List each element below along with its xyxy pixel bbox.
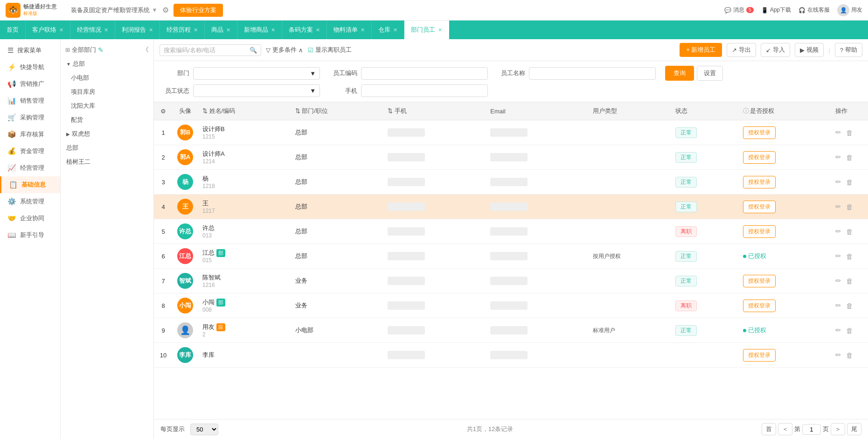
nav-item-bom[interactable]: 物料清单✕ — [327, 21, 372, 39]
sys-title-dropdown-icon[interactable]: ▼ — [152, 7, 158, 14]
settings-col-icon[interactable]: ⚙ — [160, 108, 166, 115]
delete-icon[interactable]: 🗑 — [846, 203, 853, 211]
filter-empcode-input[interactable] — [361, 67, 488, 80]
auth-login-btn[interactable]: 授权登录 — [743, 300, 776, 312]
dept-node-zongbu[interactable]: ▼总部 — [61, 57, 153, 71]
close-history-icon[interactable]: ✕ — [194, 27, 198, 33]
sidebar-item-finance[interactable]: 💰 资金管理 — [0, 143, 60, 160]
delete-icon[interactable]: 🗑 — [846, 129, 853, 137]
nav-item-goods[interactable]: 商品✕ — [205, 21, 237, 39]
dept-node-peihuo[interactable]: 配货 — [61, 113, 153, 127]
help-button[interactable]: ? 帮助 — [835, 43, 862, 57]
sidebar-item-inventory[interactable]: 📦 库存核算 — [0, 126, 60, 143]
auth-login-btn[interactable]: 授权登录 — [743, 151, 776, 164]
delete-icon[interactable]: 🗑 — [846, 351, 853, 359]
nav-item-warehouse[interactable]: 仓库✕ — [372, 21, 404, 39]
nav-item-new-goods[interactable]: 新增商品✕ — [237, 21, 282, 39]
filter-empstatus-select[interactable]: ▼ — [193, 84, 320, 97]
auth-login-btn[interactable]: 授权登录 — [743, 176, 776, 188]
close-warehouse-icon[interactable]: ✕ — [393, 27, 397, 33]
close-operation-icon[interactable]: ✕ — [104, 27, 108, 33]
close-dept-icon[interactable]: ✕ — [438, 27, 442, 33]
search-input[interactable] — [164, 47, 248, 54]
edit-icon[interactable]: ✏ — [835, 252, 841, 260]
edit-icon[interactable]: ✏ — [835, 178, 841, 186]
close-profit-icon[interactable]: ✕ — [149, 27, 153, 33]
sidebar-item-purchase[interactable]: 🛒 采购管理 — [0, 109, 60, 126]
close-newgoods-icon[interactable]: ✕ — [271, 27, 275, 33]
per-page-select[interactable]: 50 20 100 — [190, 424, 218, 435]
nav-item-dept[interactable]: 部门员工✕ — [404, 21, 449, 39]
dept-node-shuanghuxiang[interactable]: ▶双虎想 — [61, 127, 153, 141]
sidebar-item-system[interactable]: ⚙️ 系统管理 — [0, 193, 60, 210]
filter-phone-input[interactable] — [361, 84, 488, 97]
add-employee-button[interactable]: + 新增员工 — [680, 43, 722, 57]
online-service-action[interactable]: 🎧 在线客服 — [799, 6, 830, 14]
auth-login-btn[interactable]: 授权登录 — [743, 126, 776, 139]
nav-item-customer[interactable]: 客户联络✕ — [26, 21, 70, 39]
delete-icon[interactable]: 🗑 — [846, 252, 853, 260]
sidebar-item-marketing[interactable]: 📢 营销推广 — [0, 76, 60, 92]
search-icon[interactable]: 🔍 — [250, 47, 257, 54]
filter-empname-input[interactable] — [529, 67, 656, 80]
edit-icon[interactable]: ✏ — [835, 153, 841, 161]
auth-login-btn[interactable]: 授权登录 — [743, 275, 776, 287]
dept-collapse-icon[interactable]: 《 — [142, 46, 149, 54]
delete-icon[interactable]: 🗑 — [846, 153, 853, 161]
delete-icon[interactable]: 🗑 — [846, 302, 853, 310]
app-download-action[interactable]: 📱 App下载 — [761, 6, 791, 14]
dept-node-zhishuwang[interactable]: 植树王二 — [61, 155, 153, 169]
edit-icon[interactable]: ✏ — [835, 301, 841, 310]
nav-item-profit[interactable]: 利润报告✕ — [115, 21, 160, 39]
dept-node-kuanfang[interactable]: 项目库房 — [61, 85, 153, 99]
auth-login-btn[interactable]: 授权登录 — [743, 201, 776, 213]
more-filter-btn[interactable]: ▽ 更多条件 ∧ — [266, 46, 303, 54]
user-action[interactable]: 👤 用友 — [837, 4, 862, 16]
delete-icon[interactable]: 🗑 — [846, 277, 853, 285]
close-bom-icon[interactable]: ✕ — [361, 27, 365, 33]
edit-icon[interactable]: ✏ — [835, 202, 841, 211]
video-button[interactable]: ▶ 视频 — [795, 43, 824, 57]
nav-item-barcode[interactable]: 条码方案✕ — [282, 21, 327, 39]
edit-icon[interactable]: ✏ — [835, 128, 841, 137]
export-button[interactable]: ↗ 导出 — [727, 43, 756, 57]
dept-node-xiaodibu[interactable]: 小电部 — [61, 71, 153, 85]
edit-icon[interactable]: ✏ — [835, 351, 841, 359]
trial-button[interactable]: 体验行业方案 — [174, 4, 223, 17]
filter-dept-select[interactable]: ▼ — [193, 67, 320, 80]
query-button[interactable]: 查询 — [665, 66, 694, 81]
edit-icon[interactable]: ✏ — [835, 227, 841, 236]
close-goods-icon[interactable]: ✕ — [226, 27, 230, 33]
sidebar-item-basic[interactable]: 📋 基础信息 — [0, 176, 60, 193]
sidebar-item-guide[interactable]: 📖 新手引导 — [0, 227, 60, 244]
delete-icon[interactable]: 🗑 — [846, 327, 853, 334]
nav-item-operation[interactable]: 经营情况✕ — [70, 21, 115, 39]
auth-login-btn[interactable]: 授权登录 — [743, 349, 776, 362]
nav-item-home[interactable]: 首页 — [0, 21, 26, 39]
sort-name-icon[interactable]: ⇅ — [202, 107, 208, 114]
dept-node-shenyang[interactable]: 沈阳大库 — [61, 99, 153, 113]
settings-icon[interactable]: ⚙ — [162, 6, 169, 14]
close-barcode-icon[interactable]: ✕ — [316, 27, 320, 33]
edit-icon[interactable]: ✏ — [835, 326, 841, 334]
nav-item-history[interactable]: 经营历程✕ — [160, 21, 205, 39]
sidebar-item-search[interactable]: ☰ 搜索菜单 — [0, 42, 60, 59]
message-action[interactable]: 💬 消息 5 — [724, 6, 754, 14]
sidebar-item-quicknav[interactable]: ⚡ 快捷导航 — [0, 59, 60, 76]
delete-icon[interactable]: 🗑 — [846, 228, 853, 236]
import-button[interactable]: ↙ 导入 — [761, 43, 790, 57]
delete-icon[interactable]: 🗑 — [846, 178, 853, 186]
set-button[interactable]: 设置 — [697, 66, 723, 81]
close-customer-icon[interactable]: ✕ — [59, 27, 63, 33]
sidebar-item-collab[interactable]: 🤝 企业协同 — [0, 210, 60, 227]
sort-dept-icon[interactable]: ⇅ — [295, 107, 300, 114]
show-resign-toggle[interactable]: ☑ 显示离职员工 — [308, 46, 352, 54]
sidebar-item-operation[interactable]: 📈 经营管理 — [0, 160, 60, 176]
page-num-input[interactable] — [802, 424, 821, 435]
next-page-btn[interactable]: ＞ — [831, 423, 845, 435]
last-page-btn[interactable]: 尾 — [847, 423, 861, 435]
edit-icon[interactable]: ✏ — [835, 277, 841, 285]
auth-login-btn[interactable]: 授权登录 — [743, 225, 776, 238]
sidebar-item-sales[interactable]: 📊 销售管理 — [0, 92, 60, 109]
prev-page-btn[interactable]: ＜ — [778, 423, 792, 435]
